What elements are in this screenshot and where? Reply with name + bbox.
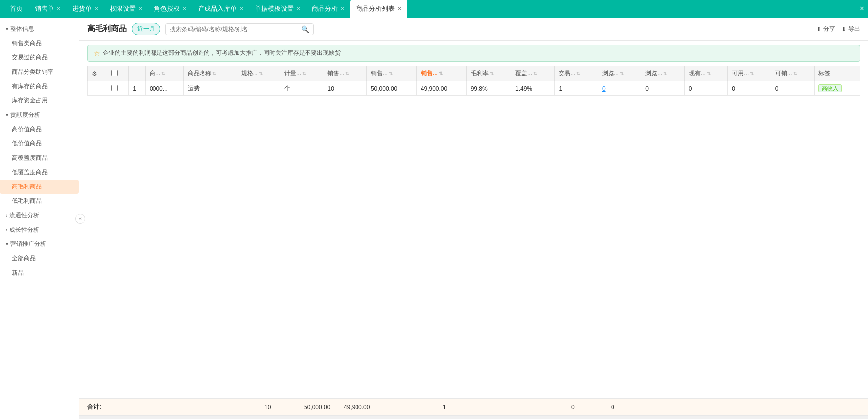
close-tab-template[interactable]: × [297,5,300,12]
close-tab-role-auth[interactable]: × [183,5,186,12]
horizontal-scrollbar[interactable] [79,415,868,419]
table-row: 1 0000... 运费 个 10 50,000.00 49,900.00 99… [88,81,860,96]
row-code: 0000... [146,81,184,96]
row-checkbox[interactable] [107,81,129,96]
table-wrapper: ⚙ 商...⇅ 商品名称⇅ 规格...⇅ 计量...⇅ 销售...⇅ 销售...… [79,66,868,398]
close-all-tabs[interactable]: × [860,4,864,13]
sidebar-item-low-margin[interactable]: 低毛利商品 [0,194,79,208]
sidebar-section-marketing[interactable]: ▾ 营销推广分析 [0,237,79,251]
close-tab-purchase-order[interactable]: × [95,5,98,12]
row-stock-available: 0 [728,81,771,96]
sidebar-item-category-rate[interactable]: 商品分类助销率 [0,65,79,79]
share-button[interactable]: ⬆ 分享 [817,25,835,33]
close-tab-permission[interactable]: × [139,5,142,12]
footer-cells: 10 50,000.00 49,900.00 1 0 0 [127,404,860,411]
tab-sales-order[interactable]: 销售单 × [29,0,66,18]
col-stock-current[interactable]: 现有...⇅ [684,66,727,81]
header-actions: ⬆ 分享 ⬇ 导出 [817,25,860,33]
col-unit[interactable]: 计量...⇅ [280,66,323,81]
col-checkbox[interactable] [107,66,129,81]
tab-role-auth[interactable]: 角色授权 × [148,0,192,18]
row-tag: 高收入 [815,81,860,96]
col-gross-margin[interactable]: 毛利率⇅ [466,66,511,81]
tab-purchase-order[interactable]: 进货单 × [66,0,104,18]
col-stock-saleable[interactable]: 可销...⇅ [771,66,814,81]
col-code[interactable]: 商...⇅ [146,66,184,81]
row-unit: 个 [280,81,323,96]
sidebar-section-liquidity[interactable]: › 流通性分析 [0,208,79,223]
share-icon: ⬆ [817,26,821,33]
select-all-checkbox[interactable] [111,70,118,76]
table-header-row: ⚙ 商...⇅ 商品名称⇅ 规格...⇅ 计量...⇅ 销售...⇅ 销售...… [88,66,860,81]
col-coverage[interactable]: 覆盖...⇅ [511,66,554,81]
col-stock-available[interactable]: 可用...⇅ [728,66,771,81]
footer-trade: 1 [439,404,478,411]
sidebar-item-traded-products[interactable]: 交易过的商品 [0,50,79,65]
sidebar-item-in-stock[interactable]: 有库存的商品 [0,79,79,93]
main-layout: ▾ 整体信息 销售类商品 交易过的商品 商品分类助销率 有库存的商品 库存资金占… [0,18,868,419]
sidebar-item-high-value[interactable]: 高价值商品 [0,122,79,137]
footer-empty-current [538,404,567,411]
col-spec[interactable]: 规格...⇅ [237,66,280,81]
col-settings[interactable]: ⚙ [88,66,107,81]
sidebar-item-high-margin[interactable]: 高毛利商品 [0,180,79,194]
row-coverage: 1.49% [511,81,554,96]
content-header: 高毛利商品 近一月 🔍 ⬆ 分享 ⬇ 导出 [79,18,868,41]
tab-home[interactable]: 首页 [4,0,29,18]
close-tab-analysis-list[interactable]: × [398,5,401,12]
footer-sales-qty: 10 [260,404,300,411]
col-views2[interactable]: 浏览...⇅ [641,66,684,81]
sidebar-item-low-value[interactable]: 低价值商品 [0,137,79,151]
tab-product-analysis[interactable]: 商品分析 × [306,0,350,18]
content-area: 高毛利商品 近一月 🔍 ⬆ 分享 ⬇ 导出 ☆ 企业的主要的利润都是这部分商品创… [79,18,868,419]
row-views1[interactable]: 0 [598,81,641,96]
col-sales-amount[interactable]: 销售...⇅ [366,66,416,81]
row-spec [237,81,280,96]
sidebar-item-sales-products[interactable]: 销售类商品 [0,36,79,50]
sidebar-section-growth[interactable]: › 成长性分析 [0,223,79,237]
row-stock-current: 0 [684,81,727,96]
footer-cell-empty4 [171,404,236,411]
col-trade[interactable]: 交易...⇅ [555,66,598,81]
tab-permission-settings[interactable]: 权限设置 × [104,0,148,18]
sidebar-collapse-button[interactable]: « [75,214,85,224]
sidebar-item-all-products[interactable]: 全部商品 [0,251,79,266]
export-button[interactable]: ⬇ 导出 [841,25,860,33]
sidebar-section-overall[interactable]: ▾ 整体信息 [0,22,79,36]
search-input[interactable] [170,26,301,33]
row-views2: 0 [641,81,684,96]
tab-product-inbound[interactable]: 产成品入库单 × [192,0,249,18]
sidebar-item-stock-capital[interactable]: 库存资金占用 [0,93,79,108]
top-navigation: 首页 销售单 × 进货单 × 权限设置 × 角色授权 × 产成品入库单 × 单据… [0,0,868,18]
close-tab-analysis[interactable]: × [341,5,344,12]
col-views1[interactable]: 浏览...⇅ [598,66,641,81]
sidebar-section-contribution[interactable]: ▾ 贡献度分析 [0,108,79,122]
search-box: 🔍 [165,23,314,35]
close-tab-product-inbound[interactable]: × [240,5,243,12]
footer-summary: 合计: 10 50,000.00 49,900.00 1 0 0 [79,398,868,415]
info-icon: ☆ [94,49,100,57]
tab-product-analysis-list[interactable]: 商品分析列表 × [350,0,407,18]
search-icon[interactable]: 🔍 [301,25,309,33]
sidebar-item-high-coverage[interactable]: 高覆盖度商品 [0,151,79,165]
footer-saleable: 0 [607,404,647,411]
arrow-contribution: ▾ [6,112,8,118]
footer-empty-margin [379,404,409,411]
row-sales-cost: 49,900.00 [416,81,466,96]
close-tab-sales-order[interactable]: × [57,5,60,12]
tab-template-settings[interactable]: 单据模板设置 × [249,0,306,18]
footer-cell-empty3 [156,404,171,411]
row-select-checkbox[interactable] [111,85,118,91]
sidebar-item-low-coverage[interactable]: 低覆盖度商品 [0,165,79,180]
filter-recent-month[interactable]: 近一月 [132,23,160,35]
col-sales-cost[interactable]: 销售...⇅ [416,66,466,81]
sidebar-item-new-products[interactable]: 新品 [0,266,79,280]
footer-label: 合计: [87,403,127,411]
col-tag: 标签 [815,66,860,81]
col-name[interactable]: 商品名称⇅ [184,66,237,81]
row-trade: 1 [555,81,598,96]
footer-available: 0 [567,404,607,411]
row-stock-saleable: 0 [771,81,814,96]
arrow-overall: ▾ [6,26,8,32]
col-sales-qty[interactable]: 销售...⇅ [323,66,366,81]
